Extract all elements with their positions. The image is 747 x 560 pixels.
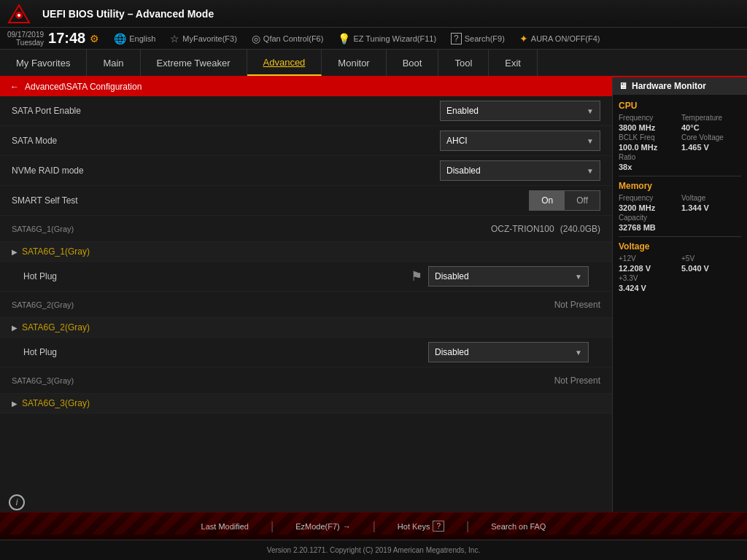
cpu-section-title: CPU xyxy=(619,101,741,111)
ez-mode-arrow-icon: → xyxy=(343,522,351,531)
ratio-value: 38x xyxy=(619,163,678,171)
header-title: UEFI BIOS Utility – Advanced Mode xyxy=(36,8,214,20)
back-arrow-icon[interactable]: ← xyxy=(10,82,19,92)
hardware-monitor-title: 🖥 Hardware Monitor xyxy=(613,77,747,95)
sata-mode-dropdown-text: AHCI xyxy=(446,136,468,146)
myfavorite-button[interactable]: ☆ MyFavorite(F3) xyxy=(170,33,237,44)
nav-boot[interactable]: Boot xyxy=(387,50,439,76)
hotplug2-row: Hot Plug Disabled ▼ xyxy=(0,338,612,368)
toolbar: 09/17/2019 Tuesday 17:48 ⚙ 🌐 English ☆ M… xyxy=(0,28,747,50)
breadcrumb: ← Advanced\SATA Configuration xyxy=(0,77,612,96)
bulb-icon: 💡 xyxy=(338,33,350,44)
sata-port-enable-label: SATA Port Enable xyxy=(12,106,143,116)
star-icon: ☆ xyxy=(170,33,179,44)
toggle-off-button[interactable]: Off xyxy=(565,191,600,210)
nav-tool[interactable]: Tool xyxy=(438,50,489,76)
sata6g2-port-label: SATA6G_2(Gray) xyxy=(12,300,143,309)
ez-tuning-button[interactable]: 💡 EZ Tuning Wizard(F11) xyxy=(338,33,436,44)
sata-mode-dropdown[interactable]: AHCI ▼ xyxy=(440,131,600,151)
bottom-bar: Version 2.20.1271. Copyright (C) 2019 Am… xyxy=(0,540,747,560)
sata-mode-row: SATA Mode AHCI ▼ xyxy=(0,126,612,156)
nav-exit[interactable]: Exit xyxy=(489,50,538,76)
sata6g3-sub-label: SATA6G_3(Gray) xyxy=(22,398,90,408)
mem-freq-label: Frequency xyxy=(619,194,678,202)
dropdown-arrow-icon-2: ▼ xyxy=(587,137,594,145)
cpu-divider xyxy=(619,176,741,176)
nvme-raid-row: NVMe RAID mode Disabled ▼ xyxy=(0,156,612,186)
globe-icon: 🌐 xyxy=(114,33,126,44)
search-faq-item[interactable]: Search on FAQ xyxy=(491,522,546,531)
sata6g2-sub-header[interactable]: ▶ SATA6G_2(Gray) xyxy=(0,318,612,338)
cpu-freq-label: Frequency xyxy=(619,114,678,122)
aura-label: AURA ON/OFF(F4) xyxy=(531,34,600,43)
nav-boot-label: Boot xyxy=(403,58,422,69)
smart-self-test-row: SMART Self Test On Off xyxy=(0,186,612,216)
cpu-temp-value: 40°C xyxy=(681,123,741,132)
main-layout: ← Advanced\SATA Configuration SATA Port … xyxy=(0,77,747,512)
myfavorite-label: MyFavorite(F3) xyxy=(182,34,237,43)
dropdown-arrow-icon-5: ▼ xyxy=(575,349,582,357)
memory-section-title: Memory xyxy=(619,181,741,191)
nav-extreme-tweaker[interactable]: Extreme Tweaker xyxy=(141,50,247,76)
cpu-freq-value: 3800 MHz xyxy=(619,123,678,132)
info-icon[interactable]: i xyxy=(9,494,25,510)
aura-button[interactable]: ✦ AURA ON/OFF(F4) xyxy=(519,33,600,44)
settings-gear-icon[interactable]: ⚙ xyxy=(90,33,99,44)
clock-display: 17:48 xyxy=(48,30,85,47)
nvme-raid-value: Disabled ▼ xyxy=(440,160,600,181)
bclk-freq-value: 100.0 MHz xyxy=(619,143,678,152)
version-text: Version 2.20.1271. Copyright (C) 2019 Am… xyxy=(267,546,480,554)
hot-keys-label: Hot Keys xyxy=(398,522,430,531)
dropdown-arrow-icon: ▼ xyxy=(587,107,594,115)
footer-separator-1: | xyxy=(271,520,274,533)
cpu-temp-label: Temperature xyxy=(681,114,741,122)
ez-mode-label: EzMode(F7) xyxy=(295,522,340,531)
expand-icon-1: ▶ xyxy=(12,248,18,256)
toggle-on-button[interactable]: On xyxy=(530,191,565,210)
nav-extreme-tweaker-label: Extreme Tweaker xyxy=(157,58,231,69)
footer-separator-3: | xyxy=(466,520,469,533)
ez-mode-item[interactable]: EzMode(F7) → xyxy=(295,522,351,531)
nav-my-favorites[interactable]: My Favorites xyxy=(0,50,87,76)
sata6g1-device-name: OCZ-TRION100 xyxy=(491,224,554,234)
v5-value: 5.040 V xyxy=(681,264,741,273)
smart-self-test-toggle[interactable]: On Off xyxy=(529,190,600,211)
mem-capacity-label: Capacity xyxy=(619,214,678,222)
sata-port-enable-row: SATA Port Enable Enabled ▼ xyxy=(0,96,612,126)
sata6g3-sub-header[interactable]: ▶ SATA6G_3(Gray) xyxy=(0,394,612,413)
rog-logo-icon xyxy=(7,4,31,24)
nav-main-label: Main xyxy=(103,58,123,69)
hot-keys-item[interactable]: Hot Keys ? xyxy=(398,521,444,532)
nav-bar: My Favorites Main Extreme Tweaker Advanc… xyxy=(0,50,747,77)
qfan-label: Qfan Control(F6) xyxy=(263,34,324,43)
sata6g1-device-info: OCZ-TRION100 (240.0GB) xyxy=(491,224,600,234)
dropdown-arrow-icon-4: ▼ xyxy=(575,273,582,281)
hardware-monitor-panel: 🖥 Hardware Monitor CPU Frequency Tempera… xyxy=(612,77,747,512)
nav-monitor[interactable]: Monitor xyxy=(322,50,386,76)
nvme-raid-dropdown[interactable]: Disabled ▼ xyxy=(440,160,600,181)
hotplug1-label: Hot Plug xyxy=(23,271,140,281)
sata-port-enable-dropdown-text: Enabled xyxy=(446,106,479,116)
qfan-button[interactable]: ◎ Qfan Control(F6) xyxy=(252,33,324,44)
nav-advanced[interactable]: Advanced xyxy=(247,50,322,76)
v12-value: 12.208 V xyxy=(619,264,678,273)
nav-advanced-label: Advanced xyxy=(263,57,306,68)
sata-port-enable-dropdown[interactable]: Enabled ▼ xyxy=(440,101,600,121)
bclk-freq-label: BCLK Freq xyxy=(619,133,678,141)
hotplug2-dropdown[interactable]: Disabled ▼ xyxy=(428,342,589,362)
sata6g1-sub-label: SATA6G_1(Gray) xyxy=(22,246,90,257)
hotplug1-dropdown[interactable]: Disabled ▼ xyxy=(428,266,589,287)
smart-self-test-label: SMART Self Test xyxy=(12,195,143,206)
smart-self-test-value: On Off xyxy=(529,190,600,211)
search-button[interactable]: ? Search(F9) xyxy=(451,33,505,44)
aura-icon: ✦ xyxy=(519,33,528,44)
nav-monitor-label: Monitor xyxy=(338,58,369,69)
sata6g1-device-row: SATA6G_1(Gray) OCZ-TRION100 (240.0GB) xyxy=(0,216,612,242)
nav-main[interactable]: Main xyxy=(87,50,140,76)
last-modified-item[interactable]: Last Modified xyxy=(201,522,249,531)
flag-placeholder-icon: ⚑ xyxy=(411,268,422,284)
core-voltage-value: 1.465 V xyxy=(681,143,741,152)
sata6g1-sub-header[interactable]: ▶ SATA6G_1(Gray) xyxy=(0,242,612,262)
hotplug2-label: Hot Plug xyxy=(23,347,140,357)
language-selector[interactable]: 🌐 English xyxy=(114,33,155,44)
